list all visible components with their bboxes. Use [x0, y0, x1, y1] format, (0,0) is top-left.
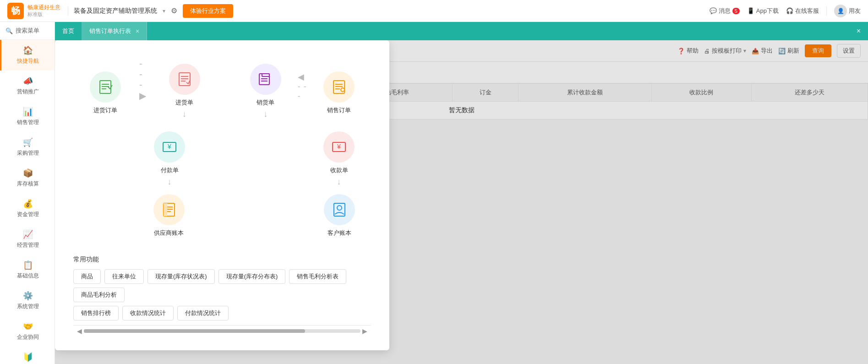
flow-node-purchase-order[interactable]: 进货订单	[73, 71, 137, 114]
supplier-ledger-icon	[161, 201, 177, 218]
purchase-order-icon	[97, 79, 114, 95]
arrow-sales-order-to-bill: ◀ - - -	[298, 72, 307, 114]
overlay: 进货订单 - - - ▶	[55, 40, 868, 364]
flow-node-receipt-bill[interactable]: ¥ 收款单	[307, 131, 371, 174]
sidebar-item-operations[interactable]: 📈 经营管理	[0, 224, 55, 255]
sidebar-item-system[interactable]: ⚙️ 系统管理	[0, 285, 55, 316]
svg-rect-9	[262, 74, 269, 76]
tab-close-icon[interactable]: ×	[136, 27, 139, 35]
sidebar-item-finance[interactable]: 💰 资金管理	[0, 193, 55, 224]
scroll-left-arrow[interactable]: ◀	[77, 327, 82, 335]
func-btn-contacts[interactable]: 往来单位	[104, 269, 144, 284]
func-btn-stock-dist[interactable]: 现存量(库存分布表)	[218, 269, 286, 284]
sidebar-item-sales[interactable]: 📊 销售管理	[0, 101, 55, 132]
func-btn-sales-gross[interactable]: 销售毛利分析表	[289, 269, 346, 284]
arrow-purchase-bill-down: ↓	[182, 109, 186, 119]
payment-bill-circle: ¥	[154, 131, 185, 163]
search-menu-btn[interactable]: 🔍 搜索菜单	[0, 22, 55, 40]
tab-bar-close-btn[interactable]: ×	[849, 27, 868, 35]
flow-node-customer-ledger[interactable]: 客户账本	[308, 194, 371, 237]
func-buttons-row2: 销售排行榜 收款情况统计 付款情况统计	[73, 306, 371, 321]
sales-icon: 📊	[23, 107, 33, 117]
sidebar: 🔍 搜索菜单 🏠 快捷导航 📣 营销推广 📊 销售管理 🛒	[0, 22, 55, 364]
func-btn-product[interactable]: 商品	[73, 269, 101, 284]
supplier-ledger-circle	[153, 194, 185, 225]
purchase-icon: 🛒	[23, 137, 33, 147]
scroll-right-arrow[interactable]: ▶	[362, 327, 367, 335]
svg-point-27	[337, 206, 342, 210]
func-btn-receipt-stats[interactable]: 收款情况统计	[122, 306, 174, 321]
app-container: 畅 畅康通好生意 标准版 装备及固定资产辅助管理系统 ▾ ⚙ 体验行业方案 💬 …	[0, 0, 868, 364]
flow-node-sales-bill[interactable]: 销货单	[234, 64, 298, 107]
trial-btn[interactable]: 体验行业方案	[183, 4, 233, 18]
enterprise-icon: 🤝	[23, 321, 33, 331]
flow-diagram: 进货订单 - - - ▶	[73, 54, 371, 246]
tab-home[interactable]: 首页	[55, 22, 82, 40]
sidebar-item-purchase[interactable]: 🛒 采购管理	[0, 132, 55, 163]
flow-node-payment-bill[interactable]: ¥ 付款单	[137, 131, 202, 174]
sidebar-item-base-info[interactable]: 📋 基础信息	[0, 255, 55, 285]
system-dropdown-icon[interactable]: ▾	[163, 8, 165, 14]
sidebar-nav: 🏠 快捷导航 📣 营销推广 📊 销售管理 🛒 采购管理 📦 库存核	[0, 40, 55, 364]
marketing-icon: 📣	[23, 76, 33, 86]
flow-col-payment-bill: ¥ 付款单 ↓	[137, 131, 202, 190]
app-download-btn[interactable]: 📱 App下载	[747, 7, 779, 15]
func-buttons-row1: 商品 往来单位 现存量(库存状况表) 现存量(库存分布表) 销售毛利分析表 商品…	[73, 269, 371, 302]
flow-row-middle: ¥ 付款单 ↓	[137, 131, 371, 190]
func-btn-sales-ranking[interactable]: 销售排行榜	[73, 306, 119, 321]
flow-node-sales-order[interactable]: 销售订单	[307, 71, 371, 114]
scroll-thumb	[84, 329, 305, 333]
sales-bill-icon	[257, 71, 274, 87]
home-icon: 🏠	[23, 45, 33, 55]
func-btn-payment-stats[interactable]: 付款情况统计	[177, 306, 229, 321]
flow-col-purchase-bill: 进货单 ↓	[153, 64, 217, 122]
flow-col-receipt-bill: ¥ 收款单 ↓	[307, 131, 371, 190]
sidebar-item-enterprise[interactable]: 🤝 企业协同	[0, 316, 55, 347]
divider-1	[68, 6, 68, 16]
message-btn[interactable]: 💬 消息 5	[710, 7, 740, 15]
flow-modal: 进货订单 - - - ▶	[55, 40, 389, 350]
payment-bill-icon: ¥	[161, 139, 178, 155]
divider-2	[826, 6, 827, 16]
sidebar-item-marketing[interactable]: 📣 营销推广	[0, 71, 55, 101]
func-btn-stock-status[interactable]: 现存量(库存状况表)	[147, 269, 215, 284]
common-functions: 常用功能 商品 往来单位 现存量(库存状况表) 现存量(库存分布表) 销售毛利分…	[73, 255, 371, 321]
top-bar: 畅 畅康通好生意 标准版 装备及固定资产辅助管理系统 ▾ ⚙ 体验行业方案 💬 …	[0, 0, 868, 22]
settings-icon[interactable]: ⚙	[171, 6, 177, 15]
purchase-order-circle	[90, 71, 121, 103]
receipt-bill-icon: ¥	[331, 139, 347, 155]
customer-ledger-icon	[331, 201, 348, 218]
content-area: 首页 销售订单执行表 × × ❓ 帮助 🖨 按	[55, 22, 868, 364]
purchase-bill-circle	[169, 64, 200, 95]
avatar: 👤	[834, 5, 847, 17]
common-functions-title: 常用功能	[73, 255, 371, 264]
app-download-icon: 📱	[747, 7, 754, 14]
system-icon: ⚙️	[23, 291, 33, 301]
search-icon: 🔍	[5, 27, 13, 34]
flow-row-top: 进货订单 - - - ▶	[73, 59, 371, 127]
scroll-track[interactable]	[84, 329, 360, 333]
receipt-bill-circle: ¥	[323, 131, 355, 163]
user-menu-btn[interactable]: 👤 用友	[834, 5, 861, 17]
online-service-btn[interactable]: 🎧 在线客服	[786, 7, 819, 15]
flow-node-supplier-ledger[interactable]: 供应商账本	[137, 194, 200, 237]
arrow-purchase-to-bill: - - - ▶	[139, 59, 151, 127]
func-btn-product-gross[interactable]: 商品毛利分析	[73, 288, 125, 302]
arrow-payment-bill-down: ↓	[168, 177, 172, 187]
sales-order-icon	[331, 79, 347, 95]
sales-bill-circle	[250, 64, 281, 95]
sidebar-item-quick-nav[interactable]: 🏠 快捷导航	[0, 40, 55, 71]
svg-text:¥: ¥	[337, 143, 341, 150]
inventory-icon: 📦	[23, 168, 33, 178]
sidebar-item-new-guide[interactable]: 🔰 新手引导	[0, 347, 55, 364]
sidebar-item-inventory[interactable]: 📦 库存核算	[0, 163, 55, 193]
flow-col-sales-order: 销售订单	[307, 71, 371, 114]
svg-rect-22	[164, 203, 167, 216]
flow-node-purchase-bill[interactable]: 进货单	[153, 64, 217, 107]
customer-ledger-circle	[324, 194, 355, 225]
system-title: 装备及固定资产辅助管理系统	[74, 7, 157, 15]
tab-sales-order[interactable]: 销售订单执行表 ×	[82, 22, 147, 40]
svg-point-16	[341, 88, 344, 92]
purchase-bill-icon	[176, 71, 193, 87]
logo-area: 畅 畅康通好生意 标准版	[7, 3, 62, 19]
